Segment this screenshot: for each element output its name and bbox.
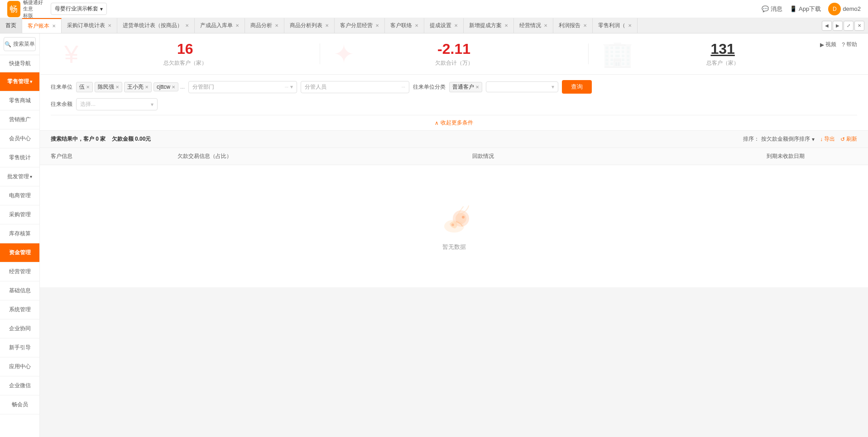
- sidebar-item-app-center[interactable]: 应用中心: [0, 357, 39, 376]
- app-download-btn[interactable]: 📱 App下载: [790, 5, 821, 13]
- refresh-btn[interactable]: ↺ 刷新: [840, 135, 857, 143]
- top-bar: 畅 畅捷通好生意 标版 母婴行业演示帐套 ▾ 💬 消息 📱 App下载 D: [0, 0, 868, 18]
- tab-close-purchase-order[interactable]: ✕: [108, 23, 111, 28]
- sidebar-item-retail-mall[interactable]: 零售商城: [0, 91, 39, 110]
- top-bar-left: 畅 畅捷通好生意 标版 母婴行业演示帐套 ▾: [7, 0, 107, 19]
- chevron-icon-wholesale: ▾: [30, 174, 32, 179]
- tab-product-analysis[interactable]: 商品分析 ✕: [245, 18, 284, 33]
- sidebar-item-enterprise-collab[interactable]: 企业协同: [0, 319, 39, 338]
- sidebar-item-wholesale[interactable]: 批发管理 ▾: [0, 167, 39, 186]
- tag-cjttcw: cjttcw ✕: [153, 82, 178, 91]
- tab-close-business-status[interactable]: ✕: [544, 23, 547, 28]
- tab-controls: ◀ ▶ ⤢ ✕: [822, 21, 868, 31]
- col-overdue-date: 到期未收款日期: [767, 152, 857, 160]
- sidebar-item-retail-stats[interactable]: 零售统计: [0, 148, 39, 167]
- query-button[interactable]: 查询: [562, 80, 592, 94]
- user-profile[interactable]: D demo2: [828, 3, 861, 15]
- sidebar-item-marketing[interactable]: 营销推广: [0, 110, 39, 129]
- tab-close-production-inbound[interactable]: ✕: [235, 23, 239, 28]
- tab-purchase-stats[interactable]: 进货单统计表（按商品） ✕: [117, 18, 195, 33]
- sidebar-item-ecommerce[interactable]: 电商管理: [0, 186, 39, 205]
- tab-next-btn[interactable]: ▶: [833, 21, 843, 31]
- balance-chevron-icon: ▾: [151, 101, 153, 108]
- classification-select[interactable]: ▾: [486, 81, 558, 92]
- tab-promotion-settings[interactable]: 提成设置 ✕: [424, 18, 464, 33]
- tab-purchase-order[interactable]: 采购订单统计表 ✕: [62, 18, 117, 33]
- tag-chen-close[interactable]: ✕: [115, 85, 119, 90]
- tab-close-customer-tier[interactable]: ✕: [375, 23, 379, 28]
- tab-retail-profit[interactable]: 零售利润（ ✕: [593, 18, 638, 33]
- avatar: D: [828, 3, 841, 15]
- video-link[interactable]: ▶ 视频: [820, 41, 836, 48]
- sidebar-item-inventory[interactable]: 库存核算: [0, 224, 39, 243]
- collapse-btn[interactable]: ∧ 收起更多条件: [51, 115, 857, 130]
- tab-close-customer-connect[interactable]: ✕: [415, 23, 418, 28]
- sidebar-item-finance[interactable]: 资金管理: [0, 243, 39, 262]
- tab-close-purchase-stats[interactable]: ✕: [185, 23, 189, 28]
- tab-close-product-analysis[interactable]: ✕: [275, 23, 278, 28]
- help-link[interactable]: ? 帮助: [842, 41, 857, 48]
- tab-expand-btn[interactable]: ⤢: [844, 21, 854, 31]
- tag-classification-close[interactable]: ✕: [475, 85, 479, 90]
- tab-close-product-analysis-list[interactable]: ✕: [325, 23, 329, 28]
- debt-total-label: 欠款合计（万）: [435, 59, 473, 67]
- main-content: 🔍 搜索菜单 快捷导航 零售管理 ▾ 零售商城 营销推广 会员中心 零售统计: [0, 33, 868, 437]
- tag-cjttcw-close[interactable]: ✕: [172, 85, 175, 90]
- tab-close-new-promotion[interactable]: ✕: [504, 23, 508, 28]
- sidebar-item-basic[interactable]: 基础信息: [0, 281, 39, 300]
- classification-filter-label: 往来单位分类: [413, 83, 446, 91]
- tab-accounts[interactable]: 客户账本 ✕: [22, 18, 62, 33]
- sidebar-item-vip[interactable]: 畅会员: [0, 395, 39, 414]
- refresh-icon: ↺: [840, 136, 845, 142]
- tab-new-promotion[interactable]: 新增提成方案 ✕: [464, 18, 514, 33]
- sidebar-item-quick-nav[interactable]: 快捷导航: [0, 55, 39, 72]
- unit-tags: 伍 ✕ 陈民强 ✕ 王小亮 ✕ cjttcw ✕: [76, 82, 185, 92]
- message-btn[interactable]: 💬 消息: [762, 5, 782, 13]
- sidebar-item-retail[interactable]: 零售管理 ▾: [0, 72, 39, 91]
- tab-production-inbound[interactable]: 产成品入库单 ✕: [195, 18, 245, 33]
- total-clients-value: 131: [710, 41, 734, 57]
- search-menu-btn[interactable]: 🔍 搜索菜单: [4, 37, 36, 51]
- sidebar-item-member[interactable]: 会员中心: [0, 129, 39, 148]
- export-btn[interactable]: ↓ 导出: [820, 135, 835, 143]
- total-customers-label: 总欠款客户（家）: [163, 59, 207, 67]
- tab-close-profit-report[interactable]: ✕: [583, 23, 587, 28]
- tab-prev-btn[interactable]: ◀: [822, 21, 832, 31]
- col-repayment: 回款情况: [472, 152, 767, 160]
- tag-wu-close[interactable]: ✕: [86, 85, 90, 90]
- tab-close-all-btn[interactable]: ✕: [854, 21, 864, 31]
- customer-bg-icon: ¥: [64, 39, 78, 69]
- account-selector[interactable]: 母婴行业演示帐套 ▾: [51, 3, 107, 15]
- chevron-down-icon: ▾: [100, 6, 103, 12]
- tab-close-promotion-settings[interactable]: ✕: [454, 23, 458, 28]
- tab-close-retail-profit[interactable]: ✕: [628, 23, 632, 28]
- dept-select[interactable]: 分管部门 ··· ▾: [188, 81, 297, 93]
- filter-row-1: 往来单位 伍 ✕ 陈民强 ✕ 王小亮 ✕: [51, 80, 857, 94]
- sidebar-item-system[interactable]: 系统管理: [0, 300, 39, 319]
- tab-customer-tier[interactable]: 客户分层经营 ✕: [335, 18, 385, 33]
- tab-profit-report[interactable]: 利润报告 ✕: [553, 18, 593, 33]
- balance-filter-label: 往来余额: [51, 100, 72, 108]
- stat-total-customers: ¥ 16 总欠款客户（家）: [51, 41, 320, 67]
- sidebar-item-enterprise-wechat[interactable]: 企业微信: [0, 376, 39, 395]
- tab-close-accounts[interactable]: ✕: [52, 24, 56, 28]
- tab-product-analysis-list[interactable]: 商品分析列表 ✕: [284, 18, 335, 33]
- tab-customer-connect[interactable]: 客户联络 ✕: [385, 18, 424, 33]
- balance-select[interactable]: 选择... ▾: [76, 98, 158, 110]
- empty-svg: [436, 201, 472, 238]
- play-icon: ▶: [820, 42, 824, 48]
- filter-bar: 往来单位 伍 ✕ 陈民强 ✕ 王小亮 ✕: [40, 75, 868, 131]
- content-area: ¥ 16 总欠款客户（家） ✦ -2.11 欠款合计（万） 🏢 131 总客户（…: [40, 33, 868, 437]
- more-tags-btn[interactable]: ...: [180, 84, 185, 90]
- sidebar-item-guide[interactable]: 新手引导: [0, 338, 39, 357]
- total-customers-value: 16: [177, 41, 193, 57]
- tab-business-status[interactable]: 经营情况 ✕: [514, 18, 553, 33]
- tab-home[interactable]: 首页: [0, 18, 22, 33]
- sidebar-item-operation[interactable]: 经营管理: [0, 262, 39, 281]
- empty-text: 暂无数据: [442, 243, 466, 251]
- tag-wang-close[interactable]: ✕: [145, 85, 149, 90]
- sidebar-item-purchase[interactable]: 采购管理: [0, 205, 39, 224]
- person-select[interactable]: 分管人员 ···: [301, 81, 409, 93]
- sort-select[interactable]: 排序： 按欠款金额倒序排序 ▾: [743, 135, 815, 143]
- debt-bg-icon: ✦: [333, 39, 355, 69]
